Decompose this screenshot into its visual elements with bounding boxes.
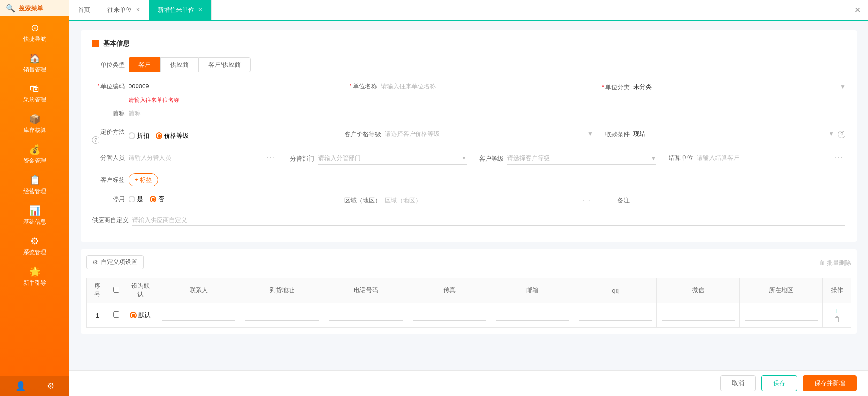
default-radio <box>130 312 137 318</box>
row-checkbox[interactable] <box>113 311 119 318</box>
tab-home[interactable]: 首页 <box>69 0 99 20</box>
sidebar-item-sales[interactable]: 🏠 销售管理 <box>0 47 69 78</box>
department-placeholder: 请输入分管部门 <box>318 154 460 163</box>
cell-phone[interactable] <box>324 303 408 328</box>
batch-delete-button[interactable]: 🗑 批量删除 <box>819 259 851 267</box>
col-checkbox[interactable] <box>108 278 124 303</box>
disabled-yes[interactable]: 是 <box>129 195 143 203</box>
customer-price-level-chevron: ▼ <box>587 131 593 137</box>
cell-fax[interactable] <box>408 303 491 328</box>
row-delete-button[interactable]: 🗑 <box>833 315 841 323</box>
remark-input[interactable] <box>633 195 845 206</box>
payment-terms-select[interactable]: 现结 ▼ <box>633 128 834 140</box>
sidebar-item-finance[interactable]: 💰 资金管理 <box>0 138 69 169</box>
tab-partner-list[interactable]: 往来单位 ✕ <box>99 0 149 20</box>
contact-input[interactable] <box>162 310 235 321</box>
pricing-radio-group: 折扣 价格等级 <box>129 132 189 140</box>
unit-type-row: 单位类型 客户 供应商 客户/供应商 <box>92 57 845 72</box>
disabled-no[interactable]: 否 <box>150 195 164 203</box>
payment-terms-help[interactable]: ? <box>838 131 845 138</box>
tab-new-partner[interactable]: 新增往来单位 ✕ <box>149 0 212 20</box>
supplier-custom-input[interactable] <box>132 215 845 226</box>
sidebar-item-basic-info[interactable]: 📊 基础信息 <box>0 199 69 230</box>
close-all-tabs[interactable]: ✕ <box>854 6 860 15</box>
unit-category-label: *单位分类 <box>597 83 630 92</box>
cell-email[interactable] <box>491 303 574 328</box>
add-tag-button[interactable]: + 标签 <box>129 173 158 186</box>
search-icon: 🔍 <box>6 4 15 13</box>
cell-contact[interactable] <box>157 303 240 328</box>
unit-name-input[interactable] <box>381 81 593 92</box>
cell-seq: 1 <box>87 303 108 328</box>
sidebar-item-label: 基础信息 <box>23 218 46 226</box>
form-section-basic: 基本信息 单位类型 客户 供应商 客户/供应商 *单位编码 <box>81 30 857 242</box>
customer-price-level-field: 客户价格等级 请选择客户价格等级 ▼ <box>344 128 593 140</box>
cell-wechat[interactable] <box>657 303 740 328</box>
col-email: 邮箱 <box>491 278 574 303</box>
settlement-unit-input[interactable] <box>697 152 829 163</box>
address-input[interactable] <box>245 310 319 321</box>
payment-terms-label: 收款条件 <box>597 130 630 139</box>
default-radio-item[interactable]: 默认 <box>129 311 152 319</box>
unit-code-input[interactable] <box>129 81 341 92</box>
short-name-input[interactable] <box>129 108 845 119</box>
tab-partner-list-close[interactable]: ✕ <box>136 7 140 13</box>
unit-type-both[interactable]: 客户/供应商 <box>198 57 251 72</box>
manager-more[interactable]: ··· <box>265 154 277 162</box>
customer-price-level-select[interactable]: 请选择客户价格等级 ▼ <box>385 128 593 140</box>
cell-address[interactable] <box>240 303 324 328</box>
tab-bar: 首页 往来单位 ✕ 新增往来单位 ✕ ✕ <box>69 0 868 21</box>
cell-checkbox[interactable] <box>108 303 124 328</box>
manager-row: 分管人员 ··· 分管部门 请输入分管部门 ▼ 客户等级 请选择客户等级 ▼ <box>92 152 845 165</box>
region-more[interactable]: ··· <box>580 196 593 205</box>
sidebar-item-system[interactable]: ⚙ 系统管理 <box>0 230 69 260</box>
cell-qq[interactable] <box>574 303 657 328</box>
sidebar-item-inventory[interactable]: 📦 库存核算 <box>0 108 69 138</box>
save-button[interactable]: 保存 <box>761 375 797 391</box>
col-seq: 序号 <box>87 278 108 303</box>
sidebar-item-purchase[interactable]: 🛍 采购管理 <box>0 78 69 108</box>
row-add-button[interactable]: + <box>835 307 839 315</box>
unit-category-select[interactable]: 未分类 ▼ <box>633 81 845 93</box>
save-new-button[interactable]: 保存并新增 <box>803 375 857 391</box>
settings-icon[interactable]: ⚙ <box>47 381 54 391</box>
sidebar-item-quick-nav[interactable]: ⊙ 快捷导航 <box>0 16 69 47</box>
phone-input[interactable] <box>329 310 403 321</box>
location-input[interactable] <box>745 310 818 321</box>
section-title-text: 基本信息 <box>103 39 129 48</box>
sidebar-item-label: 销售管理 <box>23 66 46 74</box>
email-input[interactable] <box>496 310 569 321</box>
cell-location[interactable] <box>740 303 823 328</box>
region-input[interactable] <box>385 195 577 206</box>
sidebar-item-new-guide[interactable]: 🌟 新手引导 <box>0 260 69 291</box>
custom-settings-button[interactable]: ⚙ 自定义项设置 <box>86 255 144 269</box>
settlement-unit-more[interactable]: ··· <box>833 154 845 162</box>
unit-type-supplier[interactable]: 供应商 <box>160 57 198 72</box>
user-icon[interactable]: 👤 <box>15 381 26 391</box>
pricing-row: 定价方法 ? 折扣 价格等级 客户 <box>92 128 845 144</box>
unit-category-required: * <box>602 84 604 91</box>
customer-level-select[interactable]: 请选择客户等级 ▼ <box>507 152 656 165</box>
unit-code-label: *单位编码 <box>92 82 125 91</box>
sidebar-item-operations[interactable]: 📋 经营管理 <box>0 169 69 199</box>
fax-input[interactable] <box>413 310 486 321</box>
supplier-custom-field: 供应商自定义 <box>92 215 845 226</box>
content-area: 基本信息 单位类型 客户 供应商 客户/供应商 *单位编码 <box>69 21 868 370</box>
select-all-checkbox[interactable] <box>113 287 119 293</box>
sidebar-item-label: 新手引导 <box>23 279 46 287</box>
pricing-price-level[interactable]: 价格等级 <box>156 132 189 140</box>
col-actions: 操作 <box>823 278 851 303</box>
wechat-input[interactable] <box>662 310 735 321</box>
tab-new-partner-close[interactable]: ✕ <box>198 7 203 13</box>
col-location: 所在地区 <box>740 278 823 303</box>
pricing-discount[interactable]: 折扣 <box>129 132 149 140</box>
cell-actions: + 🗑 <box>823 303 851 328</box>
pricing-help-icon[interactable]: ? <box>92 136 99 144</box>
qq-input[interactable] <box>579 310 652 321</box>
department-select[interactable]: 请输入分管部门 ▼ <box>318 152 467 165</box>
table-header-row: 序号 设为默认 联系人 到货地址 电话号码 传真 邮箱 qq 微信 所在地区 操… <box>87 278 851 303</box>
sidebar-search[interactable]: 🔍 搜索菜单 <box>0 0 69 16</box>
manager-input[interactable] <box>129 152 261 163</box>
cancel-button[interactable]: 取消 <box>720 375 756 391</box>
unit-type-customer[interactable]: 客户 <box>129 57 160 72</box>
